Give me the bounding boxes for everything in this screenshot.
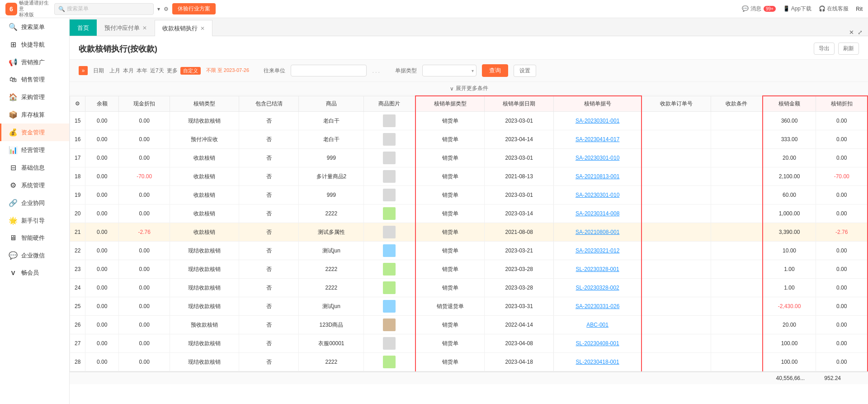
td-bill-no[interactable]: SA-20230301-010: [553, 186, 642, 204]
sidebar-item-quicknav[interactable]: ⊞ 快捷导航: [0, 36, 69, 53]
date-this-month[interactable]: 本月: [123, 67, 134, 75]
td-bill-no[interactable]: SL-20230328-002: [553, 279, 642, 297]
td-bill-type: 销货单: [415, 204, 485, 223]
sidebar-item-marketing[interactable]: 📢 营销推广: [0, 53, 69, 71]
date-quick-links: 上月 本月 本年 近7天 更多 自定义: [109, 67, 201, 75]
td-product-img: [364, 186, 415, 204]
td-receipt-condition: [711, 242, 763, 260]
sidebar-item-basic[interactable]: ⊟ 基础信息: [0, 159, 69, 176]
sidebar-item-member[interactable]: V 畅会员: [0, 264, 69, 281]
query-button[interactable]: 查询: [482, 64, 508, 77]
tab-prepay[interactable]: 预付冲应付单 ✕: [97, 19, 155, 36]
tab-prepay-close[interactable]: ✕: [142, 25, 147, 31]
td-bill-no[interactable]: SL-20230418-001: [553, 353, 642, 371]
td-cash-discount: -70.00: [119, 167, 170, 186]
date-this-year[interactable]: 本年: [137, 67, 147, 75]
message-btn[interactable]: 💬 消息 99+: [742, 5, 776, 13]
window-expand-icon[interactable]: ⤢: [858, 29, 863, 36]
window-close-icon[interactable]: ✕: [849, 29, 854, 36]
sidebar-item-wechat[interactable]: 💬 企业微信: [0, 247, 69, 264]
tab-home[interactable]: 首页: [70, 19, 97, 36]
td-write-off-amount: 1.00: [763, 279, 816, 297]
th-write-off-amount: 核销金额: [763, 96, 816, 112]
td-product-img: [364, 223, 415, 242]
online-service-btn[interactable]: 🎧 在线客服: [819, 5, 849, 13]
td-write-off-amount: 100.00: [763, 334, 816, 353]
td-bill-no[interactable]: SL-20230408-001: [553, 334, 642, 353]
td-product: 测试多属性: [299, 223, 364, 242]
td-bill-date: 2023-03-28: [485, 279, 553, 297]
setting-button[interactable]: 设置: [514, 65, 536, 77]
td-write-off-discount: 0.00: [816, 112, 868, 130]
td-receipt-condition: [711, 130, 763, 149]
td-bill-no[interactable]: SA-20230321-012: [553, 242, 642, 260]
tab-writeoff[interactable]: 收款核销执行 ✕: [155, 20, 212, 36]
td-bill-type: 销货单: [415, 242, 485, 260]
sidebar-label-sales: 销售管理: [21, 76, 45, 84]
sidebar-label-member: 畅会员: [21, 269, 39, 277]
filter-expand-button[interactable]: »: [79, 66, 88, 75]
dropdown-arrow[interactable]: ▾: [157, 6, 160, 12]
td-bill-no[interactable]: SA-20230331-026: [553, 297, 642, 316]
td-write-off-discount: 0.00: [816, 204, 868, 223]
sidebar-item-system[interactable]: ⚙ 系统管理: [0, 176, 69, 194]
sidebar-item-guide[interactable]: 🌟 新手引导: [0, 212, 69, 229]
td-bill-no[interactable]: SL-20230328-001: [553, 260, 642, 279]
td-include-settled: 否: [239, 186, 299, 204]
footer-spacer: [79, 375, 750, 381]
td-bill-no[interactable]: SA-20230301-010: [553, 149, 642, 167]
sidebar-item-sales[interactable]: 🛍 销售管理: [0, 71, 69, 88]
date-custom-button[interactable]: 自定义: [180, 67, 201, 75]
refresh-button[interactable]: 刷新: [838, 43, 859, 55]
sidebar-item-hardware[interactable]: 🖥 智能硬件: [0, 229, 69, 247]
export-button[interactable]: 导出: [814, 43, 835, 55]
table-row: 26 0.00 0.00 预收款核销 否 123D商品 销货单 2022-04-…: [70, 316, 868, 334]
td-bill-no[interactable]: SA-20210813-001: [553, 167, 642, 186]
td-bill-type: 销货单: [415, 149, 485, 167]
sidebar-item-enterprise[interactable]: 🔗 企业协同: [0, 194, 69, 212]
table-row: 15 0.00 0.00 现结收款核销 否 老白干 销货单 2023-03-01…: [70, 112, 868, 130]
td-bill-no[interactable]: ABC-001: [553, 316, 642, 334]
td-balance: 0.00: [85, 112, 119, 130]
sidebar-item-search[interactable]: 🔍 搜索菜单: [0, 18, 69, 36]
sidebar-label-wechat: 企业微信: [21, 252, 45, 260]
td-bill-no[interactable]: SA-20210808-001: [553, 223, 642, 242]
td-bill-date: 2023-03-14: [485, 204, 553, 223]
app-download-btn[interactable]: 📱 App下载: [783, 5, 811, 13]
table-row: 16 0.00 0.00 预付冲应收 否 老白干 销货单 2023-04-14 …: [70, 130, 868, 149]
td-cash-discount: 0.00: [119, 353, 170, 371]
sidebar-label-guide: 新手引导: [21, 217, 45, 225]
td-product-img: [364, 167, 415, 186]
tab-writeoff-close[interactable]: ✕: [200, 25, 205, 32]
from-unit-input[interactable]: [291, 65, 367, 76]
td-row-no: 15: [70, 112, 85, 130]
td-bill-no[interactable]: SA-20230314-008: [553, 204, 642, 223]
single-type-select[interactable]: [422, 65, 476, 76]
expand-more-button[interactable]: ∨ 展开更多条件: [450, 85, 488, 92]
td-receipt-condition: [711, 334, 763, 353]
sidebar-item-finance[interactable]: 💰 资金管理: [0, 124, 69, 141]
table-row: 21 0.00 -2.76 收款核销 否 测试多属性 销货单 2021-08-0…: [70, 223, 868, 242]
sidebar-item-operation[interactable]: 📊 经营管理: [0, 141, 69, 159]
sidebar-item-inventory[interactable]: 📦 库存核算: [0, 106, 69, 124]
td-cash-discount: 0.00: [119, 204, 170, 223]
settings-icon-top[interactable]: ⚙: [164, 6, 169, 12]
table-row: 18 0.00 -70.00 收款核销 否 多计量商品2 销货单 2021-08…: [70, 167, 868, 186]
td-write-off-amount: 20.00: [763, 316, 816, 334]
td-include-settled: 否: [239, 112, 299, 130]
sidebar-item-purchase[interactable]: 🏠 采购管理: [0, 88, 69, 106]
td-write-off-type: 现结收款核销: [170, 334, 239, 353]
td-write-off-amount: 60.00: [763, 186, 816, 204]
td-bill-no[interactable]: SA-20230301-001: [553, 112, 642, 130]
td-bill-no[interactable]: SA-20230414-017: [553, 130, 642, 149]
search-icon: 🔍: [9, 23, 18, 31]
date-more[interactable]: 更多: [167, 67, 178, 75]
date-last-month[interactable]: 上月: [109, 67, 120, 75]
th-balance: 余额: [85, 96, 119, 112]
tab-bar-right: ✕ ⤢: [849, 29, 868, 36]
basic-icon: ⊟: [9, 163, 18, 172]
industry-solution-button[interactable]: 休验行业方案: [172, 3, 216, 14]
tab-bar: 首页 预付冲应付单 ✕ 收款核销执行 ✕ ✕ ⤢: [70, 18, 868, 36]
td-write-off-discount: 0.00: [816, 297, 868, 316]
date-7days[interactable]: 近7天: [150, 67, 164, 75]
